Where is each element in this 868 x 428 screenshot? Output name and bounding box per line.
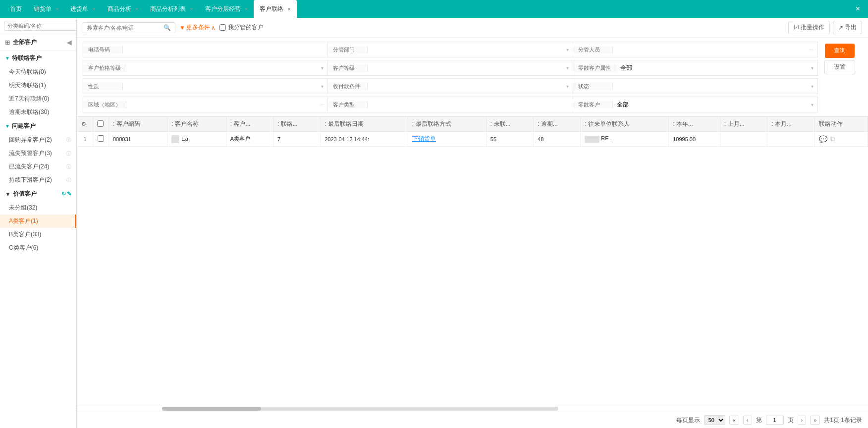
filter-retail-attr: 零散客户属性 全部▾ bbox=[573, 60, 818, 76]
close-customer-contact[interactable]: × bbox=[287, 0, 290, 18]
customer-level-input[interactable]: ▾ bbox=[368, 60, 572, 75]
region-input[interactable]: ··· bbox=[126, 97, 327, 112]
filter-status: 状态 ▾ bbox=[573, 78, 818, 94]
sidebar-item-churn-warning[interactable]: 流失预警客户(3) ⓘ bbox=[0, 147, 76, 160]
first-page-btn[interactable]: « bbox=[729, 416, 739, 425]
last-page-btn[interactable]: » bbox=[810, 416, 820, 425]
sidebar-item-unclassified[interactable]: 未分组(32) bbox=[0, 201, 76, 214]
th-type: : 客户... bbox=[226, 117, 273, 132]
nav-home[interactable]: 首页 bbox=[4, 0, 28, 18]
collapse-icon[interactable]: ◀ bbox=[67, 39, 71, 46]
cell-checkbox bbox=[93, 132, 109, 147]
edit-icon[interactable]: ✎ bbox=[67, 191, 71, 197]
total-pages-label: 页 bbox=[788, 416, 794, 425]
filter-row-1: 电话号码 分管部门 ▾ 分管人员 bbox=[83, 42, 817, 57]
group-title-pending[interactable]: ▼ 待联络客户 bbox=[0, 51, 76, 65]
sidebar-item-today[interactable]: 今天待联络(0) bbox=[0, 65, 76, 79]
select-all-checkbox[interactable] bbox=[97, 120, 104, 127]
info-icon-2: ⓘ bbox=[66, 150, 71, 157]
th-action: 联络动作 bbox=[814, 117, 868, 132]
link-icon[interactable]: ⧉ bbox=[830, 135, 835, 143]
nav-sales-order[interactable]: 销货单 × bbox=[28, 0, 64, 18]
close-product-analysis-list[interactable]: × bbox=[190, 0, 193, 18]
search-box: 🔍 bbox=[83, 22, 175, 33]
arrow-icon-2: ▼ bbox=[5, 123, 10, 129]
cell-type: A类客户 bbox=[226, 132, 273, 147]
table-area: ⚙ : 客户编码 : 客户名称 : 客户... : 联络... : 最后联络日期… bbox=[77, 116, 868, 405]
my-customers-checkbox[interactable] bbox=[219, 24, 226, 31]
row-checkbox[interactable] bbox=[98, 135, 104, 142]
retail-attr-input[interactable]: 全部▾ bbox=[616, 60, 817, 75]
status-down-icon: ▾ bbox=[811, 84, 814, 89]
search-input[interactable] bbox=[87, 25, 162, 31]
sidebar-item-declining[interactable]: 持续下滑客户(2) ⓘ bbox=[0, 173, 76, 187]
last-method-link[interactable]: 下销货单 bbox=[412, 135, 436, 142]
refresh-icon[interactable]: ↻ bbox=[61, 191, 66, 197]
group-title-value[interactable]: ▼ 价值客户 ↻ ✎ bbox=[0, 187, 76, 201]
sidebar-search-input[interactable] bbox=[4, 21, 77, 31]
cell-uncontacted: 55 bbox=[486, 132, 533, 147]
retail-down-icon: ▾ bbox=[811, 102, 814, 107]
price-level-label: 客户价格等级 bbox=[83, 64, 126, 72]
export-button[interactable]: ↗ 导出 bbox=[833, 21, 862, 34]
customer-type-input[interactable] bbox=[368, 97, 572, 112]
sidebar-item-c-class[interactable]: C类客户(6) bbox=[0, 241, 76, 255]
cell-this-month bbox=[767, 132, 814, 147]
filter-phone: 电话号码 bbox=[83, 42, 328, 57]
page-number-input[interactable] bbox=[766, 416, 784, 425]
manager-input[interactable]: ··· bbox=[613, 42, 817, 57]
cell-this-year: 10995.00 bbox=[669, 132, 720, 147]
phone-label: 电话号码 bbox=[83, 46, 123, 54]
close-product-analysis[interactable]: × bbox=[135, 0, 138, 18]
group-title-problem[interactable]: ▼ 问题客户 bbox=[0, 119, 76, 133]
sidebar-item-a-class[interactable]: A类客户(1) bbox=[0, 214, 76, 228]
nav-customer-tier[interactable]: 客户分层经营 × bbox=[199, 0, 254, 18]
th-last-date: : 最后联络日期 bbox=[321, 117, 408, 132]
arrow-icon-3: ▼ bbox=[5, 191, 11, 198]
sidebar-item-b-class[interactable]: B类客户(33) bbox=[0, 228, 76, 241]
sidebar-item-overdue[interactable]: 逾期未联络(30) bbox=[0, 106, 76, 119]
nav-product-analysis[interactable]: 商品分析 × bbox=[102, 0, 144, 18]
phone-input[interactable] bbox=[123, 42, 327, 57]
info-icon-4: ⓘ bbox=[66, 177, 71, 184]
arrow-icon: ▼ bbox=[5, 55, 10, 61]
info-icon-1: ⓘ bbox=[66, 137, 71, 144]
nav-customer-contact[interactable]: 客户联络 × bbox=[254, 0, 296, 18]
retail-input[interactable]: 全部▾ bbox=[613, 97, 817, 112]
close-purchase-order[interactable]: × bbox=[92, 0, 95, 18]
th-name: : 客户名称 bbox=[167, 117, 226, 132]
close-customer-tier[interactable]: × bbox=[245, 0, 248, 18]
sidebar-item-repurchase-abnormal[interactable]: 回购异常客户(2) ⓘ bbox=[0, 133, 76, 147]
sidebar-item-7days[interactable]: 近7天待联络(0) bbox=[0, 92, 76, 106]
price-level-down-icon: ▾ bbox=[321, 65, 324, 71]
query-button[interactable]: 查询 bbox=[825, 44, 855, 58]
sidebar-all-customers[interactable]: ⊞ 全部客户 ◀ bbox=[0, 34, 76, 51]
payment-down-icon: ▾ bbox=[566, 84, 569, 89]
dept-input[interactable]: ▾ bbox=[368, 42, 572, 57]
price-level-input[interactable]: ▾ bbox=[126, 60, 327, 75]
setting-button[interactable]: 设置 bbox=[824, 60, 855, 74]
filter-region: 区域（地区） ··· bbox=[83, 97, 328, 112]
nav-product-analysis-list[interactable]: 商品分析列表 × bbox=[144, 0, 199, 18]
close-sales-order[interactable]: × bbox=[55, 0, 58, 18]
chat-icon[interactable]: 💬 bbox=[819, 135, 827, 143]
cell-last-method: 下销货单 bbox=[408, 132, 486, 147]
sidebar-item-churned[interactable]: 已流失客户(24) ⓘ bbox=[0, 160, 76, 173]
nature-label: 性质 bbox=[83, 83, 123, 90]
nav-purchase-order[interactable]: 进货单 × bbox=[64, 0, 101, 18]
status-input[interactable]: ▾ bbox=[613, 79, 817, 94]
next-page-btn[interactable]: › bbox=[798, 416, 807, 425]
th-this-year: : 本年... bbox=[669, 117, 720, 132]
th-settings[interactable]: ⚙ bbox=[77, 117, 93, 132]
cell-contact-person: RE . bbox=[581, 132, 669, 147]
nature-input[interactable]: ▾ bbox=[123, 79, 327, 94]
batch-op-button[interactable]: ☑ 批量操作 bbox=[788, 21, 830, 34]
sidebar-item-tomorrow[interactable]: 明天待联络(1) bbox=[0, 79, 76, 92]
search-icon[interactable]: 🔍 bbox=[163, 24, 171, 31]
prev-page-btn[interactable]: ‹ bbox=[743, 416, 752, 425]
payment-input[interactable]: ▾ bbox=[368, 79, 572, 94]
close-all-icon[interactable]: × bbox=[852, 4, 864, 13]
th-contact: : 联络... bbox=[273, 117, 320, 132]
more-filters-btn[interactable]: ▼ 更多条件 ∧ bbox=[179, 23, 216, 32]
page-size-select[interactable]: 50 bbox=[704, 415, 725, 425]
